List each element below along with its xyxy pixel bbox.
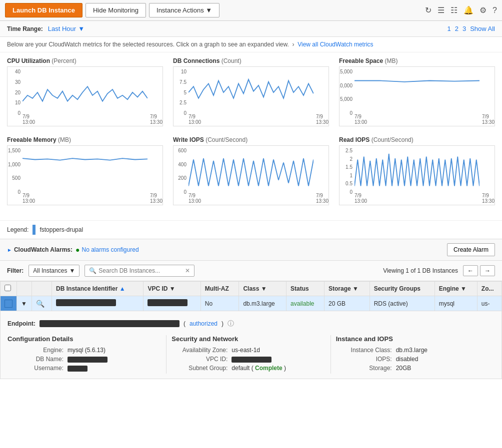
charts-row-1: CPU Utilization (Percent) 40 30 20 10 0 … [7, 57, 495, 126]
chart-cpu-unit: (Percent) [52, 57, 76, 64]
header-class[interactable]: Class ▼ [239, 282, 286, 296]
chart-fm-svg [22, 148, 148, 195]
header-db-identifier[interactable]: DB Instance Identifier ▲ [52, 282, 144, 296]
header-security-groups[interactable]: Security Groups [370, 282, 434, 296]
prev-page-button[interactable]: ← [463, 265, 478, 276]
toolbar: Launch DB Instance Hide Monitoring Insta… [0, 0, 502, 21]
chart-fs-x-labels: 7/913:00 7/913:30 [354, 114, 494, 125]
row-checkbox[interactable] [0, 296, 17, 311]
view-all-cloudwatch-link[interactable]: View all CloudWatch metrics [298, 41, 373, 48]
all-instances-select[interactable]: All Instances ▼ [28, 265, 80, 277]
row-engine: mysql [434, 296, 477, 311]
chart-ri-x-labels: 7/913:00 7/913:30 [354, 193, 494, 204]
info-icon[interactable]: ⓘ [228, 319, 234, 328]
security-network-section: Security and Network Availability Zone: … [166, 335, 330, 374]
refresh-icon[interactable]: ↻ [425, 5, 432, 15]
expand-row-content: Endpoint: ( authorized ) ⓘ Configuration… [0, 311, 502, 379]
chart-freeable-space[interactable]: Freeable Space (MB) 15,000 10,000 5,000 … [339, 57, 495, 126]
help-icon[interactable]: ? [492, 6, 497, 15]
subnet-status: Complete [255, 365, 282, 372]
header-storage[interactable]: Storage ▼ [324, 282, 370, 296]
checked-checkbox [4, 300, 12, 308]
chart-freeable-memory[interactable]: Freeable Memory (MB) 1,500 1,000 500 0 7… [7, 136, 163, 205]
next-page-button[interactable]: → [480, 265, 495, 276]
config-dbname-val [68, 356, 108, 363]
network-az-label: Availability Zone: [172, 347, 232, 354]
status-badge: available [290, 300, 314, 307]
chart-ri-title: Read IOPS (Count/Second) [339, 136, 495, 143]
db-identifier-value [56, 299, 116, 306]
hide-monitoring-button[interactable]: Hide Monitoring [86, 3, 146, 17]
chart-db-unit: (Count) [222, 57, 242, 64]
gear-icon[interactable]: ⚙ [480, 5, 486, 15]
clear-icon[interactable]: ✕ [185, 267, 190, 274]
network-az-val: us-east-1d [232, 347, 260, 354]
header-vpc-id[interactable]: VPC ID ▼ [144, 282, 200, 296]
group-icon[interactable]: ☷ [450, 5, 458, 15]
page-3[interactable]: 3 [462, 25, 466, 32]
config-engine-row: Engine: mysql (5.6.13) [8, 347, 161, 354]
chart-wi-box: 600 400 200 0 7/913:00 7/913:30 [173, 145, 329, 205]
header-checkbox[interactable] [0, 282, 17, 296]
chevron-down-icon: ▼ [78, 25, 84, 32]
header-engine[interactable]: Engine ▼ [434, 282, 477, 296]
chart-write-iops[interactable]: Write IOPS (Count/Second) 600 400 200 0 … [173, 136, 329, 205]
network-az-row: Availability Zone: us-east-1d [172, 347, 325, 354]
filter-class-icon: ▼ [261, 285, 267, 292]
row-storage: 20 GB [324, 296, 370, 311]
header-multi-az[interactable]: Multi-AZ [200, 282, 239, 296]
chart-db-connections[interactable]: DB Connections (Count) 10 7.5 5 2.5 0 7/… [173, 57, 329, 126]
iops-val: disabled [396, 356, 418, 363]
viewing-label: Viewing 1 of 1 DB Instances [383, 267, 458, 274]
config-engine-val: mysql (5.6.13) [68, 347, 106, 354]
metrics-info: Below are your CloudWatch metrics for th… [0, 37, 502, 52]
iops-row: IOPS: disabled [336, 356, 490, 363]
page-1[interactable]: 1 [447, 25, 450, 32]
filter-storage-icon: ▼ [352, 285, 358, 292]
filter-vpc-icon: ▼ [170, 285, 176, 292]
iops-label: IOPS: [336, 356, 396, 363]
endpoint-label: Endpoint: [8, 320, 36, 327]
instance-actions-button[interactable]: Instance Actions ▼ [149, 3, 220, 17]
chart-wi-x-labels: 7/913:00 7/913:30 [188, 193, 328, 204]
authorized-link[interactable]: authorized [190, 320, 218, 327]
chart-read-iops[interactable]: Read IOPS (Count/Second) 2.5 2 1.5 1 0.5… [339, 136, 495, 205]
chart-ri-y-labels: 2.5 2 1.5 1 0.5 0 [340, 148, 354, 195]
chart-fm-title: Freeable Memory (MB) [7, 136, 163, 143]
network-vpc-label: VPC ID: [172, 356, 232, 363]
chart-cpu-svg [22, 69, 148, 116]
chart-db-title: DB Connections (Count) [173, 57, 329, 64]
header-actions [32, 282, 52, 296]
page-2[interactable]: 2 [455, 25, 458, 32]
time-range-select[interactable]: Last Hour ▼ [48, 25, 84, 32]
row-expand-icon[interactable]: ▼ [17, 296, 32, 311]
endpoint-value [40, 320, 180, 327]
show-all-link[interactable]: Show All [470, 25, 495, 32]
header-status[interactable]: Status [286, 282, 324, 296]
time-range-value: Last Hour [48, 25, 76, 32]
legend-color-box [32, 225, 36, 235]
create-alarm-button[interactable]: Create Alarm [447, 243, 495, 256]
no-alarms-text: No alarms configured [82, 246, 139, 253]
chart-fs-svg [354, 69, 480, 116]
header-zone[interactable]: Zo... [477, 282, 502, 296]
config-grid: Configuration Details Engine: mysql (5.6… [8, 331, 494, 374]
row-action-icon[interactable]: 🔍 [32, 296, 52, 311]
network-subnet-label: Subnet Group: [172, 365, 232, 372]
row-zone: us- [477, 296, 502, 311]
green-status-icon: ● [76, 246, 80, 254]
time-range-pages: 1 2 3 Show All [447, 25, 495, 32]
select-all-checkbox[interactable] [4, 285, 11, 291]
menu-icon[interactable]: ☰ [438, 5, 444, 15]
collapse-triangle-icon[interactable]: ► [7, 247, 12, 253]
chart-cpu-x-labels: 7/913:00 7/913:30 [22, 114, 162, 125]
config-username-label: Username: [8, 365, 68, 372]
row-db-identifier [52, 296, 144, 311]
launch-db-button[interactable]: Launch DB Instance [5, 3, 82, 17]
table-row[interactable]: ▼ 🔍 No db.m3.large available 20 GB RDS (… [0, 296, 502, 311]
search-input[interactable] [98, 267, 185, 274]
chart-cpu-utilization[interactable]: CPU Utilization (Percent) 40 30 20 10 0 … [7, 57, 163, 126]
network-vpc-row: VPC ID: [172, 356, 325, 363]
instance-iops-title: Instance and IOPS [336, 335, 490, 343]
bell-icon[interactable]: 🔔 [464, 5, 474, 15]
